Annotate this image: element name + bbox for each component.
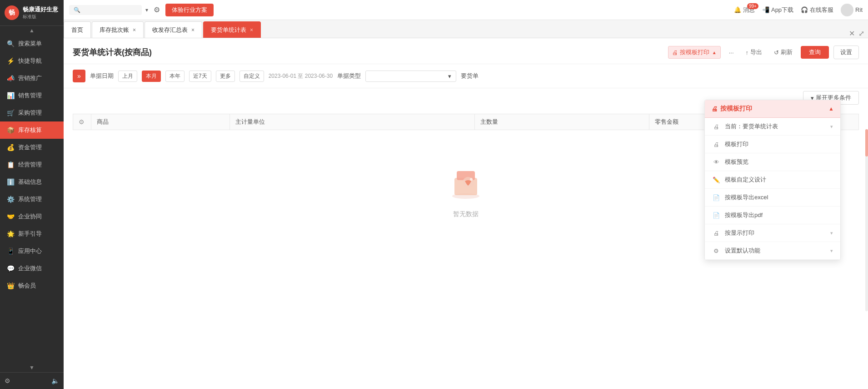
tab-order-summary[interactable]: 要货单统计表 × [203,21,261,38]
filter-bar: » 单据日期 上月 本月 本年 近7天 更多 自定义 2023-06-01 至 … [64,64,868,88]
template-export-pdf-label: 按模板导出pdf [725,211,763,219]
handshake-icon: 🤝 [6,212,15,221]
date-7days-button[interactable]: 近7天 [189,71,211,82]
scrollbar-thumb [865,129,868,157]
table-config-icon[interactable]: ⚙ [79,118,85,126]
dropdown-current-item[interactable]: 🖨 当前：要货单统计表 ▾ [705,118,840,136]
export-button[interactable]: ↑ 导出 [742,46,766,58]
date-this-month-button[interactable]: 本月 [142,71,161,82]
sidebar-scroll-down[interactable]: ▼ [0,363,64,372]
query-button[interactable]: 查询 [801,46,829,59]
print-template-label: 按模板打印 [680,48,709,56]
sidebar-item-inventory[interactable]: 📦 库存核算 [0,121,64,139]
dropdown-template-design-item[interactable]: ✏️ 模板自定义设计 [705,171,840,189]
app-download-label: App下载 [771,6,793,14]
settings-button[interactable]: 设置 [833,45,859,59]
tab-home[interactable]: 首页 [64,21,91,38]
set-default-icon: ⚙ [712,247,720,255]
template-preview-label: 模板预览 [725,158,748,166]
dropdown-display-print-item[interactable]: 🖨 按显示打印 ▾ [705,224,840,242]
sidebar-item-collab[interactable]: 🤝 企业协同 [0,208,64,225]
dropdown-template-export-pdf-item[interactable]: 📄 按模板导出pdf [705,207,840,224]
topbar-gear-icon[interactable]: ⚙ [152,4,162,16]
set-default-chevron-icon: ▾ [830,248,833,254]
topbar-dropdown[interactable]: ▾ [145,7,148,13]
print-header-icon: 🖨 [711,105,718,112]
tab-batch-account[interactable]: 库存批次账 × [92,21,144,38]
tab-collection-summary[interactable]: 收发存汇总表 × [145,21,202,38]
mobile-icon: 📱 [6,247,15,255]
sidebar-item-newguide[interactable]: 🌟 新手引导 [0,225,64,242]
dropdown-collapse-icon[interactable]: ▲ [828,106,834,112]
logo-subtitle: 标准版 [23,14,58,20]
main-area: 🔍 ▾ ⚙ 体验行业方案 🔔 消息 99+ 📲 App下载 🎧 在线客服 [64,0,868,389]
sidebar-item-operations[interactable]: 📋 经营管理 [0,156,64,173]
chevron-down-icon: ▾ [145,7,148,13]
sidebar-item-finance[interactable]: 💰 资金管理 [0,139,64,156]
sidebar-item-appcenter[interactable]: 📱 应用中心 [0,242,64,260]
megaphone-icon: 📣 [6,74,15,82]
tab-home-label: 首页 [71,26,83,34]
sidebar-item-purchase[interactable]: 🛒 采购管理 [0,104,64,121]
online-service-item[interactable]: 🎧 在线客服 [801,6,833,14]
export-icon: ↑ [746,49,749,56]
messages-badge: 99+ [747,3,758,9]
date-range-display: 2023-06-01 至 2023-06-30 [269,72,333,80]
money-icon: 💰 [6,143,15,152]
page-actions: 🖨 按模板打印 ▲ ··· ↑ 导出 ↺ 刷新 查询 [668,45,859,59]
date-more-button[interactable]: 更多 [216,71,235,82]
download-icon: 📲 [762,6,769,13]
topbar-search-box[interactable]: 🔍 [69,5,142,15]
print-template-button[interactable]: 🖨 按模板打印 ▲ [668,46,721,59]
maximize-window-icon[interactable]: ⤢ [858,29,864,38]
goods-label: 要货单 [461,72,479,80]
sidebar-item-search[interactable]: 🔍 搜索菜单 [0,35,64,52]
user-avatar-item[interactable]: Rit [841,4,863,16]
ellipsis-button[interactable]: ··· [725,47,738,58]
sidebar-item-quicknav[interactable]: ⚡ 快捷导航 [0,52,64,70]
date-this-year-button[interactable]: 本年 [165,71,185,82]
sidebar-item-marketing[interactable]: 📣 营销推广 [0,70,64,87]
filter-expand-button[interactable]: » [73,70,85,82]
industry-solution-button[interactable]: 体验行业方案 [165,4,214,16]
date-custom-button[interactable]: 自定义 [239,71,264,82]
sidebar-item-sales[interactable]: 📊 销售管理 [0,87,64,104]
ellipsis-icon: ··· [729,49,734,56]
print-icon: 🖨 [672,49,678,56]
tab-order-summary-close[interactable]: × [250,27,253,33]
display-print-chevron-icon: ▾ [830,230,833,236]
logo-title: 畅康通好生意 [23,6,58,14]
sound-icon[interactable]: 🔈 [51,377,59,384]
sidebar: 畅 畅康通好生意 标准版 ▲ 🔍 搜索菜单 ⚡ 快捷导航 📣 营销推广 📊 销售… [0,0,64,389]
dropdown-template-preview-item[interactable]: 👁 模板预览 [705,153,840,171]
clipboard-icon: 📋 [6,161,15,169]
dropdown-title: 按模板打印 [720,105,752,113]
box-icon: 📦 [6,126,15,134]
refresh-button[interactable]: ↺ 刷新 [770,46,796,58]
tab-batch-account-close[interactable]: × [133,27,136,33]
sidebar-item-member[interactable]: 👑 畅会员 [0,277,64,294]
messages-item[interactable]: 🔔 消息 99+ [734,6,755,14]
sidebar-item-wechat[interactable]: 💬 企业微信 [0,260,64,277]
crown-icon: 👑 [6,282,15,290]
sidebar-item-system[interactable]: ⚙️ 系统管理 [0,191,64,208]
logo-icon: 畅 [5,5,19,20]
dropdown-set-default-item[interactable]: ⚙ 设置默认功能 ▾ [705,242,840,260]
tab-collection-summary-close[interactable]: × [191,27,195,33]
close-window-icon[interactable]: ✕ [849,29,855,38]
dropdown-template-export-excel-item[interactable]: 📄 按模板导出excel [705,189,840,207]
sidebar-item-basic[interactable]: ℹ️ 基础信息 [0,173,64,191]
avatar [841,4,853,16]
right-scrollbar[interactable] [865,129,868,311]
tab-order-summary-label: 要货单统计表 [211,26,246,34]
settings-icon[interactable]: ⚙ [5,377,10,384]
tabs-bar: 首页 库存批次账 × 收发存汇总表 × 要货单统计表 × ✕ ⤢ [64,20,868,38]
dropdown-template-print-item[interactable]: 🖨 模板打印 [705,136,840,153]
doc-type-select[interactable]: ▾ [365,71,456,82]
headset-icon: 🎧 [801,6,808,13]
refresh-label: 刷新 [781,48,793,56]
sidebar-scroll-up[interactable]: ▲ [0,26,64,35]
date-last-month-button[interactable]: 上月 [118,71,137,82]
topbar-left: 🔍 ▾ ⚙ 体验行业方案 [69,4,214,16]
app-download-item[interactable]: 📲 App下载 [762,6,793,14]
